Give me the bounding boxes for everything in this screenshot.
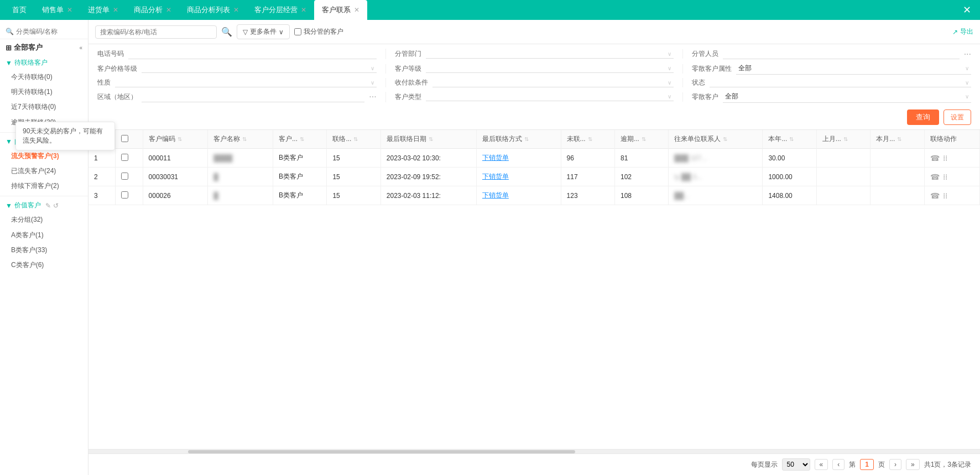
- window-close-icon[interactable]: ✕: [958, 4, 976, 16]
- toolbar-search-icon[interactable]: 🔍: [221, 27, 232, 37]
- th-this-year[interactable]: 本年...: [763, 130, 816, 149]
- sidebar-item-tomorrow[interactable]: 明天待联络(1): [0, 85, 88, 100]
- th-overdue[interactable]: 逾期...: [614, 130, 668, 149]
- my-customers-checkbox-input[interactable]: [294, 28, 301, 35]
- input-person[interactable]: [723, 49, 959, 59]
- scrollbar-thumb[interactable]: [188, 450, 575, 453]
- td-method-1[interactable]: 下销货单: [476, 149, 561, 168]
- sidebar-all-customers[interactable]: ⊞ 全部客户 «: [0, 39, 88, 56]
- td-method-2[interactable]: 下销货单: [476, 168, 561, 186]
- sidebar-item-churn-warning[interactable]: 流失预警客户(3): [0, 149, 88, 164]
- nav-home[interactable]: 首页: [4, 5, 34, 15]
- label-person: 分管人员: [692, 49, 718, 59]
- horizontal-scrollbar[interactable]: [88, 449, 980, 453]
- th-name[interactable]: 客户名称: [208, 130, 273, 149]
- select-all-checkbox[interactable]: [121, 135, 128, 142]
- td-name-2: █: [208, 168, 273, 186]
- nav-tab-customer-contact[interactable]: 客户联系 ✕: [314, 0, 367, 20]
- sidebar-item-7days[interactable]: 近7天待联络(0): [0, 100, 88, 114]
- contact-icon-3[interactable]: ☎: [930, 191, 940, 200]
- td-action-3: ☎ ⁞⁞: [924, 186, 979, 205]
- select-retail[interactable]: 全部 ∨: [723, 91, 971, 103]
- th-last-contact-date[interactable]: 最后联络日期: [380, 130, 476, 149]
- close-tab-analysis-list-icon[interactable]: ✕: [233, 6, 239, 14]
- prev-page-btn[interactable]: ‹: [832, 459, 845, 470]
- close-tab-sales-icon[interactable]: ✕: [67, 6, 72, 14]
- th-not-contacted[interactable]: 未联...: [561, 130, 614, 149]
- th-checkbox[interactable]: [116, 130, 143, 149]
- more-icon-3[interactable]: ⁞⁞: [943, 191, 947, 200]
- collapse-icon: «: [79, 45, 82, 51]
- select-price-level[interactable]: ∨: [142, 64, 377, 73]
- nav-tab-sales[interactable]: 销售单 ✕: [34, 0, 80, 20]
- th-code[interactable]: 客户编码: [143, 130, 208, 149]
- select-dept[interactable]: ∨: [426, 50, 674, 59]
- nav-tab-customer-layer[interactable]: 客户分层经营 ✕: [247, 0, 314, 20]
- row-checkbox-3[interactable]: [121, 191, 128, 199]
- close-tab-customer-contact-icon[interactable]: ✕: [354, 6, 359, 14]
- more-conditions-btn[interactable]: ▽ 更多条件 ∨: [237, 24, 290, 39]
- contact-icon-1[interactable]: ☎: [930, 154, 940, 163]
- th-this-month[interactable]: 本月...: [870, 130, 924, 149]
- sidebar-item-declining[interactable]: 持续下滑客户(2): [0, 179, 88, 194]
- toolbar: 🔍 ▽ 更多条件 ∨ 我分管的客户 ↗ 导出: [88, 20, 980, 44]
- td-checkbox-3[interactable]: [116, 186, 143, 205]
- next-page-btn[interactable]: ›: [889, 459, 901, 470]
- select-cust-level[interactable]: ∨: [426, 64, 674, 73]
- sidebar-search-box[interactable]: 🔍: [0, 24, 88, 39]
- last-page-btn[interactable]: »: [906, 459, 920, 470]
- toolbar-search-input[interactable]: [95, 25, 217, 39]
- th-last-contact-method[interactable]: 最后联络方式: [476, 130, 561, 149]
- sidebar-search-input[interactable]: [16, 28, 88, 35]
- page-size-select[interactable]: 50 100 200: [782, 458, 810, 471]
- more-icon-2[interactable]: ⁞⁞: [943, 173, 947, 181]
- sidebar-item-class-b[interactable]: B类客户(33): [0, 243, 88, 258]
- td-method-3[interactable]: 下销货单: [476, 186, 561, 205]
- export-btn[interactable]: ↗ 导出: [952, 27, 973, 36]
- close-tab-customer-layer-icon[interactable]: ✕: [301, 6, 306, 14]
- th-contacts[interactable]: 往来单位联系人: [669, 130, 763, 149]
- sidebar-group-pending[interactable]: ▼ 待联络客户: [0, 56, 88, 70]
- nav-tab-analysis[interactable]: 商品分析 ✕: [126, 0, 179, 20]
- th-customer-type[interactable]: 客户...: [273, 130, 327, 149]
- select-nature[interactable]: ∨: [115, 79, 377, 87]
- filter-item-nature: 性质 ∨: [97, 78, 386, 87]
- contact-icon-2[interactable]: ☎: [930, 173, 940, 181]
- input-phone[interactable]: [128, 49, 377, 59]
- edit-icon[interactable]: ✎: [45, 202, 51, 210]
- th-contact[interactable]: 联络...: [327, 130, 380, 149]
- select-payment[interactable]: ∨: [432, 79, 674, 87]
- query-button[interactable]: 查询: [907, 109, 939, 125]
- select-retail-attr[interactable]: 全部 ∨: [736, 62, 971, 75]
- nav-tab-purchase[interactable]: 进货单 ✕: [80, 0, 126, 20]
- td-date-1: 2023-03-02 10:30:: [380, 149, 476, 168]
- sidebar-item-class-c[interactable]: C类客户(6): [0, 258, 88, 273]
- select-cust-type[interactable]: ∨: [426, 92, 674, 101]
- sidebar-item-ungrouped[interactable]: 未分组(32): [0, 212, 88, 227]
- my-customers-checkbox[interactable]: 我分管的客户: [294, 27, 343, 36]
- sidebar-item-today[interactable]: 今天待联络(0): [0, 70, 88, 85]
- close-tab-purchase-icon[interactable]: ✕: [113, 6, 118, 14]
- row-checkbox-1[interactable]: [121, 154, 128, 161]
- first-page-btn[interactable]: «: [815, 459, 828, 470]
- more-region-icon[interactable]: ···: [369, 92, 376, 102]
- td-checkbox-1[interactable]: [116, 149, 143, 168]
- refresh-icon[interactable]: ↺: [53, 202, 59, 210]
- filter-item-cust-level: 客户等级 ∨: [386, 64, 684, 74]
- more-person-icon[interactable]: ···: [964, 49, 971, 59]
- select-status[interactable]: ∨: [710, 79, 971, 87]
- setting-button[interactable]: 设置: [943, 109, 971, 125]
- sidebar-item-churned[interactable]: 已流失客户(24): [0, 164, 88, 179]
- td-checkbox-2[interactable]: [116, 168, 143, 186]
- sidebar-item-class-a[interactable]: A类客户(1): [0, 228, 88, 243]
- td-index-1: 1: [88, 149, 116, 168]
- label-cust-type: 客户类型: [395, 92, 421, 102]
- label-price-level: 客户价格等级: [97, 64, 137, 74]
- row-checkbox-2[interactable]: [121, 173, 128, 180]
- th-last-month[interactable]: 上月...: [816, 130, 870, 149]
- input-region[interactable]: [142, 92, 364, 102]
- close-tab-analysis-icon[interactable]: ✕: [166, 6, 171, 14]
- more-icon-1[interactable]: ⁞⁞: [943, 154, 947, 163]
- nav-tab-analysis-list[interactable]: 商品分析列表 ✕: [179, 0, 247, 20]
- sidebar-group-value[interactable]: ▼ 价值客户 ✎ ↺: [0, 199, 88, 212]
